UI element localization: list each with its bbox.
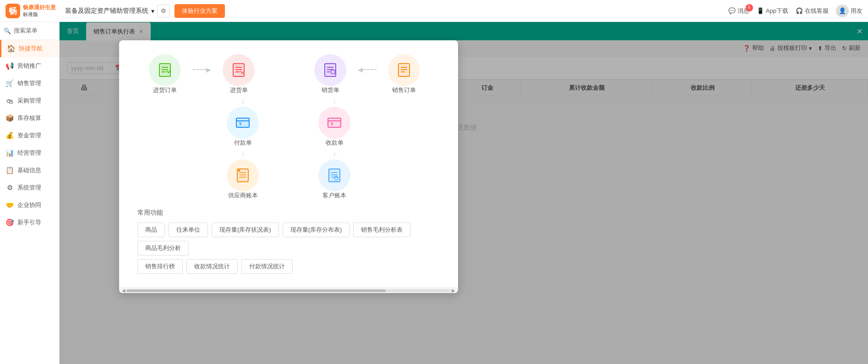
message-badge: 6	[746, 4, 753, 11]
business-icon: 📊	[5, 149, 14, 157]
sidebar-item-marketing[interactable]: 📢 营销推广	[0, 57, 59, 75]
sidebar-item-business[interactable]: 📊 经营管理	[0, 144, 59, 162]
modal-body: 进货订单 ▶	[119, 40, 458, 288]
sidebar-item-inventory[interactable]: 📦 库存核算	[0, 109, 59, 127]
modal-overlay: 进货订单 ▶	[60, 22, 868, 364]
svg-rect-21	[236, 118, 249, 127]
svg-rect-34	[238, 169, 240, 172]
purchase-order-icon	[149, 54, 181, 86]
svg-text:¥: ¥	[330, 121, 333, 126]
scrollbar-track	[126, 289, 451, 292]
purchase-icon: 🛍	[5, 97, 14, 105]
headset-icon: 🎧	[796, 7, 803, 14]
app-download-item[interactable]: 📱 App下载	[757, 7, 788, 15]
receipt-bill-label: 收款单	[326, 139, 344, 147]
func-btn-stock-dist[interactable]: 现存量(库存分布表)	[283, 223, 350, 237]
system-title: 装备及固定资产辅助管理系统 ▾	[65, 7, 154, 15]
scroll-right-icon[interactable]: ▶	[451, 288, 456, 293]
user-avatar: 👤	[836, 5, 849, 17]
func-btn-payment-stat[interactable]: 付款情况统计	[241, 259, 293, 274]
func-btn-partner[interactable]: 往来单位	[169, 223, 208, 237]
enterprise-icon: 🤝	[5, 201, 14, 209]
common-functions-title: 常用功能	[137, 209, 440, 217]
content-area: 首页 销售订单执行表 ✕ ✕ ❓ 帮助 🖨 按模板打印 ▾	[60, 22, 868, 364]
purchase-bill-label: 进货单	[230, 86, 248, 94]
svg-rect-25	[328, 118, 341, 127]
main-area: 🔍 搜索菜单 🏠 快捷导航 📢 营销推广 🛒 销售管理 🛍 采购管理 📦	[0, 22, 868, 364]
phone-icon: 📱	[757, 7, 764, 14]
logo-icon: 畅	[5, 4, 20, 18]
customer-account-label: 客户账本	[322, 191, 346, 200]
online-service-item[interactable]: 🎧 在线客服	[796, 7, 829, 15]
func-btn-sales-gross[interactable]: 销售毛利分析表	[353, 223, 410, 237]
func-buttons: 商品 往来单位 现存量(库存状况表) 现存量(库存分布表) 销售毛利分析表 商品…	[137, 223, 440, 255]
sidebar: 🔍 搜索菜单 🏠 快捷导航 📢 营销推广 🛒 销售管理 🛍 采购管理 📦	[0, 22, 60, 364]
receipt-bill-icon: ¥	[318, 107, 350, 139]
supplier-account-label: 供应商账本	[228, 191, 258, 200]
top-bar: 畅 畅康通好生意 标准版 装备及固定资产辅助管理系统 ▾ ⚙ 体验行业方案 💬 …	[0, 0, 868, 22]
logo-text: 畅康通好生意 标准版	[23, 4, 56, 18]
sidebar-search[interactable]: 🔍 搜索菜单	[0, 22, 59, 40]
inventory-icon: 📦	[5, 114, 14, 122]
sidebar-item-quick-nav[interactable]: 🏠 快捷导航	[0, 40, 59, 57]
svg-text:¥: ¥	[239, 121, 242, 126]
func-btn-goods-gross[interactable]: 商品毛利分析	[137, 241, 189, 255]
user-item[interactable]: 👤 用友	[836, 5, 863, 17]
scroll-left-icon[interactable]: ◀	[121, 288, 126, 293]
purchase-order-label: 进货订单	[153, 86, 177, 94]
modal: 进货订单 ▶	[119, 40, 458, 293]
top-right: 💬 消息 6 📱 App下载 🎧 在线客服 👤 用友	[728, 5, 863, 17]
func-btn-receipt-stat[interactable]: 收款情况统计	[186, 259, 238, 274]
home-icon: 🏠	[7, 44, 15, 53]
sidebar-item-sales[interactable]: 🛒 销售管理	[0, 75, 59, 92]
message-icon: 💬	[728, 7, 736, 14]
payment-bill-icon: ¥	[227, 107, 259, 139]
sidebar-item-purchase[interactable]: 🛍 采购管理	[0, 92, 59, 109]
sales-bill-icon	[314, 54, 346, 86]
sales-order-label: 销售订单	[392, 86, 416, 94]
sidebar-item-system[interactable]: ⚙ 系统管理	[0, 179, 59, 196]
base-info-icon: 📋	[5, 166, 14, 174]
sidebar-item-enterprise[interactable]: 🤝 企业协同	[0, 196, 59, 214]
sales-order-icon	[388, 54, 420, 86]
scrollbar-thumb[interactable]	[126, 289, 386, 292]
search-icon: 🔍	[4, 27, 11, 34]
sales-bill-label: 销货单	[322, 86, 339, 94]
app-container: 畅 畅康通好生意 标准版 装备及固定资产辅助管理系统 ▾ ⚙ 体验行业方案 💬 …	[0, 0, 868, 364]
customer-account-icon	[318, 159, 350, 191]
payment-bill-label: 付款单	[234, 139, 252, 147]
system-icon: ⚙	[5, 184, 14, 192]
trial-button[interactable]: 体验行业方案	[175, 4, 225, 18]
func-btn-goods[interactable]: 商品	[137, 223, 165, 237]
finance-icon: 💰	[5, 131, 14, 140]
sidebar-item-finance[interactable]: 💰 资金管理	[0, 127, 59, 144]
sidebar-item-newbie[interactable]: 🎯 新手引导	[0, 214, 59, 231]
settings-icon[interactable]: ⚙	[157, 5, 170, 17]
svg-rect-35	[329, 169, 340, 182]
flow-section: 进货订单 ▶	[137, 54, 440, 200]
message-item[interactable]: 💬 消息 6	[728, 7, 749, 15]
common-functions: 常用功能 商品 往来单位 现存量(库存状况表) 现存量(库存分布表) 销售毛利分…	[137, 209, 440, 274]
newbie-icon: 🎯	[5, 218, 14, 227]
func-btn-stock-status[interactable]: 现存量(库存状况表)	[212, 223, 279, 237]
func-btn-sales-rank[interactable]: 销售排行榜	[137, 259, 183, 274]
purchase-bill-icon	[223, 54, 255, 86]
sidebar-item-base-info[interactable]: 📋 基础信息	[0, 162, 59, 179]
marketing-icon: 📢	[5, 62, 14, 70]
modal-scrollbar: ◀ ▶	[119, 288, 458, 293]
system-dropdown-arrow[interactable]: ▾	[151, 7, 154, 15]
func-buttons-row2: 销售排行榜 收款情况统计 付款情况统计	[137, 259, 440, 274]
logo-area: 畅 畅康通好生意 标准版	[5, 4, 60, 18]
supplier-account-icon	[227, 159, 259, 191]
sales-icon: 🛒	[5, 79, 14, 87]
